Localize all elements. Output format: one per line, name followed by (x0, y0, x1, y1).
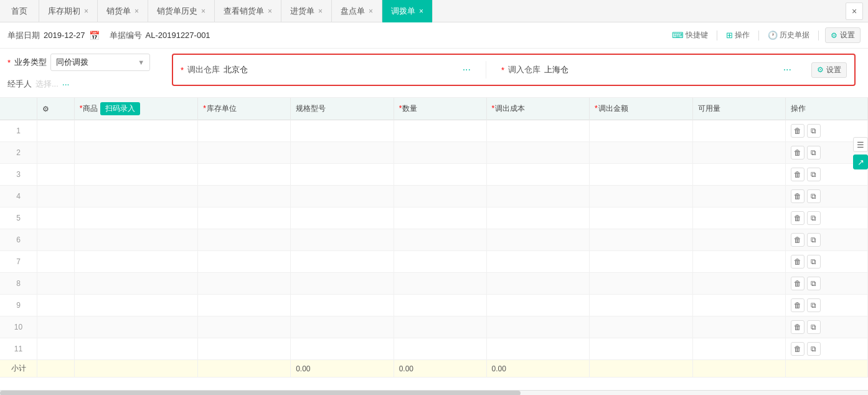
tab-sales-order[interactable]: 销货单 × (98, 0, 148, 22)
tab-sales-order-close[interactable]: × (134, 7, 139, 16)
tab-view-sales[interactable]: 查看销货单 × (215, 0, 281, 22)
warehouse-in-more-icon[interactable]: ··· (783, 64, 791, 75)
tab-inventory-count-close[interactable]: × (369, 7, 373, 16)
sidebar-export-button[interactable]: ↗ (853, 155, 868, 169)
window-close-button[interactable]: × (846, 2, 863, 20)
row-product-5[interactable] (74, 207, 198, 229)
row-available-7 (692, 251, 785, 273)
table-settings-icon[interactable]: ⚙ (42, 105, 49, 113)
copy-icon-4[interactable]: ⧉ (807, 189, 821, 203)
delete-icon-4[interactable]: 🗑 (791, 189, 804, 203)
tab-sales-history-close[interactable]: × (201, 7, 205, 16)
row-spec-1 (291, 120, 394, 142)
operation-icon: ⊞ (726, 31, 733, 40)
row-unit-10 (198, 316, 291, 338)
person-select[interactable]: 选择... (35, 79, 59, 90)
row-product-7[interactable] (74, 251, 198, 273)
horizontal-scrollbar[interactable] (0, 390, 868, 395)
scan-button[interactable]: 扫码录入 (100, 102, 140, 115)
scroll-thumb[interactable] (0, 391, 521, 395)
table-row: 11 🗑 ⧉ (0, 338, 868, 360)
warehouse-settings-button[interactable]: ⚙ 设置 (811, 62, 847, 78)
settings-button[interactable]: ⚙ 设置 (825, 27, 861, 43)
row-product-10[interactable] (74, 316, 198, 338)
th-qty: *数量 (394, 98, 486, 120)
copy-icon-1[interactable]: ⧉ (807, 124, 821, 138)
row-available-10 (692, 316, 785, 338)
row-num-5: 5 (0, 207, 37, 229)
tab-view-sales-close[interactable]: × (268, 7, 272, 16)
tab-home[interactable]: 首页 (0, 0, 39, 22)
row-amount-1 (590, 120, 692, 142)
copy-icon-2[interactable]: ⧉ (807, 146, 821, 159)
warehouse-in-star: * (501, 65, 504, 75)
person-group: 经手人 选择... ··· (7, 76, 157, 92)
row-product-3[interactable] (74, 164, 198, 186)
row-qty-7 (394, 251, 486, 273)
copy-icon-6[interactable]: ⧉ (807, 233, 821, 247)
table-row: 9 🗑 ⧉ (0, 295, 868, 316)
tab-purchase-order-close[interactable]: × (318, 7, 323, 16)
business-type-label: 业务类型 (14, 57, 47, 68)
row-op-4: 🗑 ⧉ (785, 186, 867, 207)
copy-icon-8[interactable]: ⧉ (807, 277, 821, 290)
tab-inventory-init-close[interactable]: × (84, 7, 88, 16)
row-cost-5 (486, 207, 589, 229)
th-settings[interactable]: ⚙ (37, 98, 75, 120)
delete-icon-2[interactable]: 🗑 (791, 146, 804, 159)
date-field: 单据日期 2019-12-27 📅 (7, 30, 100, 41)
delete-icon-10[interactable]: 🗑 (791, 320, 804, 334)
date-value: 2019-12-27 (44, 31, 85, 40)
tab-transfer-order[interactable]: 调拨单 × (382, 0, 433, 22)
row-cost-2 (486, 142, 589, 164)
warehouse-in-label: 调入仓库 (508, 64, 540, 75)
tab-purchase-order[interactable]: 进货单 × (281, 0, 332, 22)
copy-icon-5[interactable]: ⧉ (807, 211, 821, 225)
row-product-8[interactable] (74, 273, 198, 295)
tab-transfer-order-close[interactable]: × (419, 7, 423, 16)
copy-icon-10[interactable]: ⧉ (807, 320, 821, 334)
business-type-select[interactable]: 同价调拨 ▼ (50, 54, 150, 71)
sidebar-list-button[interactable]: ☰ (853, 137, 868, 152)
tab-inventory-init[interactable]: 库存期初 × (39, 0, 98, 22)
table-row: 1 🗑 ⧉ (0, 120, 868, 142)
copy-icon-11[interactable]: ⧉ (807, 342, 821, 356)
delete-icon-3[interactable]: 🗑 (791, 168, 804, 181)
order-field: 单据编号 AL-20191227-001 (110, 30, 210, 41)
calendar-icon[interactable]: 📅 (89, 31, 100, 40)
row-product-9[interactable] (74, 295, 198, 316)
shortcut-button[interactable]: ⌨ 快捷键 (669, 29, 710, 42)
row-product-2[interactable] (74, 142, 198, 164)
row-available-2 (692, 142, 785, 164)
row-product-11[interactable] (74, 338, 198, 360)
row-spec-10 (291, 316, 394, 338)
delete-icon-11[interactable]: 🗑 (791, 342, 804, 356)
row-qty-3 (394, 164, 486, 186)
row-product-4[interactable] (74, 186, 198, 207)
delete-icon-8[interactable]: 🗑 (791, 277, 804, 290)
row-unit-3 (198, 164, 291, 186)
delete-icon-9[interactable]: 🗑 (791, 298, 804, 312)
history-button[interactable]: 🕐 历史单据 (765, 29, 812, 42)
row-product-6[interactable] (74, 229, 198, 251)
row-cost-8 (486, 273, 589, 295)
warehouse-out-more-icon[interactable]: ··· (463, 64, 471, 75)
row-settings-7 (37, 251, 75, 273)
row-cost-6 (486, 229, 589, 251)
business-type-group: * 业务类型 同价调拨 ▼ (7, 54, 157, 71)
delete-icon-7[interactable]: 🗑 (791, 255, 804, 269)
delete-icon-1[interactable]: 🗑 (791, 124, 804, 138)
delete-icon-5[interactable]: 🗑 (791, 211, 804, 225)
copy-icon-7[interactable]: ⧉ (807, 255, 821, 269)
person-more-icon[interactable]: ··· (62, 79, 70, 89)
copy-icon-3[interactable]: ⧉ (807, 168, 821, 181)
row-cost-3 (486, 164, 589, 186)
copy-icon-9[interactable]: ⧉ (807, 298, 821, 312)
row-product-1[interactable] (74, 120, 198, 142)
row-op-9: 🗑 ⧉ (785, 295, 867, 316)
row-amount-5 (590, 207, 692, 229)
tab-sales-history[interactable]: 销货单历史 × (148, 0, 215, 22)
operation-button[interactable]: ⊞ 操作 (724, 29, 752, 42)
delete-icon-6[interactable]: 🗑 (791, 233, 804, 247)
tab-inventory-count[interactable]: 盘点单 × (332, 0, 382, 22)
